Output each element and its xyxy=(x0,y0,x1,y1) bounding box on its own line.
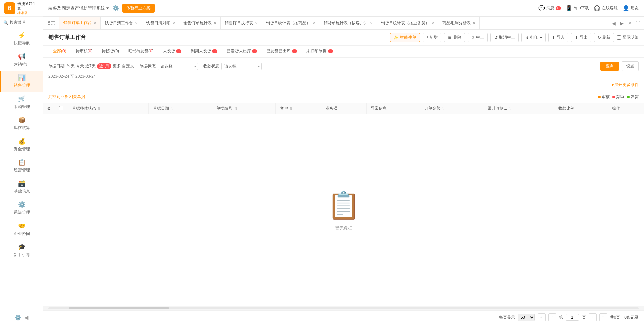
filter-date-custom[interactable]: 自定义 xyxy=(122,63,134,69)
sort-icon-customer[interactable]: ⇅ xyxy=(290,107,292,110)
prev-page-btn[interactable]: ‹ xyxy=(548,313,556,321)
sidebar-item-system[interactable]: ⚙️ 系统管理 xyxy=(0,198,43,219)
sidebar-item-corp[interactable]: 🤝 企业协同 xyxy=(0,219,43,240)
expand-more-btn[interactable]: ▾ 展开更多条件 xyxy=(612,82,639,88)
show-detail-toggle[interactable]: 显示明细 xyxy=(617,35,639,40)
tab-close-order-exec[interactable]: ✕ xyxy=(255,21,258,25)
tab-close-cashflow[interactable]: ✕ xyxy=(135,21,138,25)
stop-btn[interactable]: ⊘ 中止 xyxy=(468,33,488,42)
sub-tab-wangpu-send[interactable]: 旺铺待发货(0) xyxy=(124,46,158,57)
tab-order-stats[interactable]: 销售订单统计表 ✕ xyxy=(179,17,221,30)
sidebar-item-sales[interactable]: 📊 销售管理 xyxy=(0,71,43,92)
export-btn[interactable]: ⬇ 导出 xyxy=(571,33,591,42)
per-page-select[interactable]: 50 100 200 xyxy=(518,314,535,321)
send-action[interactable]: 发货 xyxy=(627,94,639,100)
show-detail-checkbox[interactable] xyxy=(617,35,621,40)
tab-sales-by-product[interactable]: 销货单统计表（按商品） ✕ xyxy=(262,17,319,30)
tab-close-gross-profit[interactable]: ✕ xyxy=(473,21,475,25)
sidebar-item-quick-nav[interactable]: ⚡ 快捷导航 xyxy=(0,28,43,49)
add-btn[interactable]: + 新增 xyxy=(423,33,441,42)
last-page-btn[interactable]: » xyxy=(599,313,607,321)
sidebar-item-basic[interactable]: 🗃️ 基础信息 xyxy=(0,176,43,198)
sub-tab-all[interactable]: 全部(0) xyxy=(48,46,71,57)
sub-tab-pending-approve[interactable]: 待审核(0) xyxy=(71,46,97,57)
tab-close-sales-by-staff[interactable]: ✕ xyxy=(431,21,434,25)
sidebar-item-inventory[interactable]: 📦 库存核算 xyxy=(0,113,43,134)
sub-tab-pending-pick[interactable]: 待拣货(0) xyxy=(97,46,124,57)
tab-sales-by-staff[interactable]: 销货单统计表（按业务员） ✕ xyxy=(377,17,438,30)
sub-tab-sent-out[interactable]: 已发货已出库 0 xyxy=(262,46,302,57)
scrollbar-area xyxy=(43,306,644,310)
tabs-close-all[interactable]: ✕ xyxy=(627,21,633,26)
page-input[interactable] xyxy=(566,314,579,321)
delete-btn[interactable]: 🗑 删除 xyxy=(444,33,465,42)
tab-sales-workbench[interactable]: 销售订单工作台 ✕ xyxy=(59,17,101,30)
tab-close-reconcile[interactable]: ✕ xyxy=(172,21,175,25)
first-page-btn[interactable]: « xyxy=(538,313,546,321)
tab-home[interactable]: 首页 xyxy=(43,17,59,30)
query-btn[interactable]: 查询 xyxy=(600,62,619,71)
reject-action[interactable]: 弃审 xyxy=(612,94,624,100)
scrollbar-thumb[interactable] xyxy=(69,307,169,309)
user-btn[interactable]: 👤 用友 xyxy=(622,5,639,11)
filter-date-1month[interactable]: 近1月 xyxy=(97,63,112,69)
ai-gen-btn[interactable]: ✨ 智能生单 xyxy=(390,33,420,42)
filter-date-links: 昨天 今天 近7天 近1月 更多 自定义 xyxy=(67,63,134,69)
sidebar-item-purchase[interactable]: 🛒 采购管理 xyxy=(0,92,43,113)
sort-icon-number[interactable]: ⇅ xyxy=(234,107,237,110)
filter-date-today[interactable]: 今天 xyxy=(76,63,84,69)
tabs-scroll-left[interactable]: ◀ xyxy=(610,21,617,26)
sidebar-collapse-btn[interactable]: ◀ xyxy=(24,314,28,321)
sidebar-item-finance[interactable]: 💰 资金管理 xyxy=(0,134,43,155)
print-btn[interactable]: 🖨 打印 ▾ xyxy=(521,33,546,42)
tabs-scroll-right[interactable]: ▶ xyxy=(618,21,625,26)
refresh-btn[interactable]: ↻ 刷新 xyxy=(594,33,614,42)
user-icon: 👤 xyxy=(622,5,629,11)
industry-btn[interactable]: 体验行业方案 xyxy=(122,4,155,13)
topbar-gear-icon[interactable]: ⚙️ xyxy=(112,5,119,11)
filter-date-7days[interactable]: 近7天 xyxy=(85,63,96,69)
filter-date-more[interactable]: 更多 xyxy=(113,63,121,69)
online-service-btn[interactable]: 🎧 在线客服 xyxy=(594,5,618,11)
sub-tab-not-sent[interactable]: 未发货 0 xyxy=(158,46,186,57)
filter-payment-select[interactable]: 请选择 xyxy=(221,63,262,70)
th-gear[interactable]: ⚙ xyxy=(43,103,55,114)
sub-tab-not-printed[interactable]: 未打印单据 0 xyxy=(302,46,338,57)
next-page-btn[interactable]: › xyxy=(589,313,597,321)
sort-icon-payment[interactable]: ⇅ xyxy=(509,107,512,110)
sub-tab-overdue-send[interactable]: 到期未发货 0 xyxy=(186,46,222,57)
tab-close-sales-by-customer[interactable]: ✕ xyxy=(370,21,373,25)
tab-close-sales-by-product[interactable]: ✕ xyxy=(312,21,315,25)
import-btn[interactable]: ⬆ 导入 xyxy=(548,33,568,42)
approve-action[interactable]: 审核 xyxy=(598,94,610,100)
sub-tab-sent-not-out[interactable]: 已发货未出库 0 xyxy=(222,46,262,57)
tab-close-sales-workbench[interactable]: ✕ xyxy=(94,21,96,25)
tab-gross-profit[interactable]: 商品毛利分析表 ✕ xyxy=(438,17,480,30)
sidebar-item-marketing[interactable]: 📢 营销推广 xyxy=(0,49,43,71)
tabs-fullscreen[interactable]: ⛶ xyxy=(635,21,641,26)
sidebar-item-ops[interactable]: 📋 经营管理 xyxy=(0,155,43,176)
app-download-btn[interactable]: 📱 App下载 xyxy=(566,5,589,11)
sort-icon-status[interactable]: ⇅ xyxy=(98,107,100,110)
cancel-stop-btn[interactable]: ↺ 取消中止 xyxy=(490,33,519,42)
phone-icon: 📱 xyxy=(566,5,572,11)
tab-sales-by-customer[interactable]: 销货单统计表（按客户） ✕ xyxy=(319,17,377,30)
sidebar-bottom: ⚙️ ◀ xyxy=(0,311,43,324)
filter-date-yesterday[interactable]: 昨天 xyxy=(67,63,75,69)
sort-icon-date[interactable]: ⇅ xyxy=(171,107,174,110)
search-menu[interactable]: 🔍 搜索菜单 xyxy=(0,17,43,28)
select-all-checkbox[interactable] xyxy=(59,106,63,110)
sidebar-item-newbie[interactable]: 🎓 新手引导 xyxy=(0,240,43,261)
set-btn[interactable]: 设置 xyxy=(622,61,639,71)
module-selector[interactable]: 装备及固定资产辅助管理系统 ▾ xyxy=(48,5,109,11)
filter-status-select[interactable]: 请选择 xyxy=(158,63,198,70)
message-btn[interactable]: 💬 消息 6 xyxy=(538,5,561,11)
tab-reconcile[interactable]: 钱货日清对账 ✕ xyxy=(142,17,179,30)
tab-close-order-stats[interactable]: ✕ xyxy=(214,21,216,25)
sort-icon-amount[interactable]: ⇅ xyxy=(442,107,445,110)
tab-cashflow[interactable]: 钱货日清工作台 ✕ xyxy=(101,17,142,30)
th-check[interactable] xyxy=(55,103,68,114)
filter-row-date-range: 2023-02-24 至 2023-03-24 xyxy=(48,74,639,79)
tab-order-exec[interactable]: 销售订单执行表 ✕ xyxy=(221,17,262,30)
sidebar-settings-btn[interactable]: ⚙️ xyxy=(15,314,22,321)
